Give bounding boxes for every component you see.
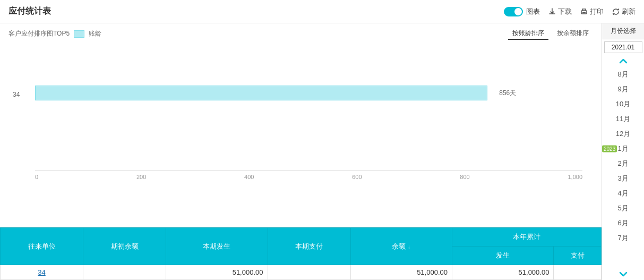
unit-link[interactable]: 34 bbox=[38, 268, 45, 276]
chevron-up-icon bbox=[618, 57, 629, 65]
th-balance: 余额 ↓ bbox=[350, 228, 452, 265]
sidebar-up-button[interactable] bbox=[602, 55, 644, 67]
sidebar-down-button[interactable] bbox=[602, 268, 644, 280]
th-opening: 期初余额 bbox=[83, 228, 166, 265]
bar-y-label: 34 bbox=[13, 91, 20, 98]
td-unit: 34 bbox=[1, 265, 83, 280]
sidebar-item-aug[interactable]: 8月 bbox=[602, 67, 644, 82]
refresh-icon bbox=[612, 8, 620, 15]
th-current-pay: 本期支付 bbox=[268, 228, 350, 265]
x-tick-0: 0 bbox=[35, 174, 38, 180]
chart-toggle-wrap[interactable]: 图表 bbox=[504, 7, 540, 16]
page-title: 应付统计表 bbox=[8, 6, 51, 17]
download-icon bbox=[548, 8, 556, 15]
sidebar-item-may[interactable]: 5月 bbox=[602, 201, 644, 216]
legend-title: 客户应付排序图TOP5 bbox=[8, 29, 70, 38]
table-section: 往来单位 期初余额 本期发生 本期支付 余额 ↓ 本年累计 发生 bbox=[0, 227, 602, 280]
x-tick-800: 800 bbox=[460, 174, 469, 180]
td-balance: 51,000.00 bbox=[350, 265, 452, 280]
x-tick-1000: 1,000 bbox=[568, 174, 582, 180]
sidebar-header: 月份选择 bbox=[602, 23, 644, 39]
sidebar-item-mar[interactable]: 3月 bbox=[602, 171, 644, 186]
chart-wrap: 34 856天 0 200 400 600 bbox=[0, 44, 602, 227]
chart-toggle[interactable] bbox=[504, 7, 523, 16]
td-ytd-pay bbox=[554, 265, 602, 280]
sidebar-item-jul[interactable]: 7月 bbox=[602, 231, 644, 245]
th-ytd-pay: 支付 bbox=[554, 247, 602, 265]
print-button[interactable]: 打印 bbox=[580, 7, 604, 16]
td-current-occur: 51,000.00 bbox=[166, 265, 268, 280]
sidebar-month-list: 8月 9月 10月 11月 12月 2023 1月 2月 3月 4月 5月 6月… bbox=[602, 67, 644, 268]
th-ytd-occur: 发生 bbox=[452, 247, 553, 265]
th-current-occur: 本期发生 bbox=[166, 228, 268, 265]
th-unit: 往来单位 bbox=[1, 228, 83, 265]
bar-chart: 34 856天 0 200 400 600 bbox=[8, 48, 593, 186]
sidebar-item-sep[interactable]: 9月 bbox=[602, 82, 644, 97]
bar-fill: 856天 bbox=[35, 86, 487, 100]
main-container: 应付统计表 图表 下载 打印 刷新 bbox=[0, 0, 644, 280]
year-badge-2023: 2023 bbox=[602, 146, 617, 152]
sidebar: 月份选择 8月 9月 10月 11月 12月 2023 1月 2月 3月 4月 … bbox=[602, 23, 644, 280]
sidebar-year-input[interactable] bbox=[604, 41, 642, 53]
x-tick-200: 200 bbox=[136, 174, 146, 180]
refresh-button[interactable]: 刷新 bbox=[612, 7, 636, 16]
content-area: 客户应付排序图TOP5 账龄 按账龄排序 按余额排序 34 bbox=[0, 23, 644, 280]
data-table: 往来单位 期初余额 本期发生 本期支付 余额 ↓ 本年累计 发生 bbox=[0, 227, 602, 280]
chart-legend: 客户应付排序图TOP5 账龄 bbox=[8, 29, 101, 38]
sort-tabs: 按账龄排序 按余额排序 bbox=[508, 28, 593, 40]
sidebar-item-jun[interactable]: 6月 bbox=[602, 216, 644, 231]
legend-box bbox=[74, 30, 84, 38]
header: 应付统计表 图表 下载 打印 刷新 bbox=[0, 0, 644, 23]
x-tick-600: 600 bbox=[352, 174, 362, 180]
legend-box-label: 账龄 bbox=[89, 29, 101, 38]
sidebar-item-apr[interactable]: 4月 bbox=[602, 186, 644, 201]
toggle-label: 图表 bbox=[526, 7, 540, 16]
sidebar-item-feb[interactable]: 2月 bbox=[602, 156, 644, 171]
chart-header: 客户应付排序图TOP5 账龄 按账龄排序 按余额排序 bbox=[0, 23, 602, 44]
th-ytd: 本年累计 bbox=[452, 228, 601, 247]
sort-tab-balance[interactable]: 按余额排序 bbox=[553, 28, 593, 40]
td-opening bbox=[83, 265, 166, 280]
bar-container: 856天 bbox=[35, 86, 561, 100]
table-row: 34 51,000.00 51,000.00 51,000.00 bbox=[1, 265, 602, 280]
td-ytd-occur: 51,000.00 bbox=[452, 265, 553, 280]
sidebar-item-nov[interactable]: 11月 bbox=[602, 112, 644, 126]
x-tick-400: 400 bbox=[244, 174, 254, 180]
chevron-down-icon bbox=[618, 270, 629, 278]
bar-end-label: 856天 bbox=[499, 89, 516, 98]
print-icon bbox=[580, 8, 588, 15]
x-axis: 0 200 400 600 800 1,000 bbox=[35, 174, 582, 180]
sort-tab-age[interactable]: 按账龄排序 bbox=[508, 28, 548, 40]
sidebar-item-jan[interactable]: 2023 1月 bbox=[602, 141, 644, 156]
svg-rect-1 bbox=[582, 12, 586, 13]
download-button[interactable]: 下载 bbox=[548, 7, 572, 16]
sidebar-item-dec[interactable]: 12月 bbox=[602, 126, 644, 141]
header-actions: 图表 下载 打印 刷新 bbox=[504, 7, 636, 16]
td-current-pay bbox=[268, 265, 350, 280]
x-axis-line bbox=[35, 170, 582, 171]
sidebar-item-oct[interactable]: 10月 bbox=[602, 97, 644, 112]
chart-section: 客户应付排序图TOP5 账龄 按账龄排序 按余额排序 34 bbox=[0, 23, 602, 280]
